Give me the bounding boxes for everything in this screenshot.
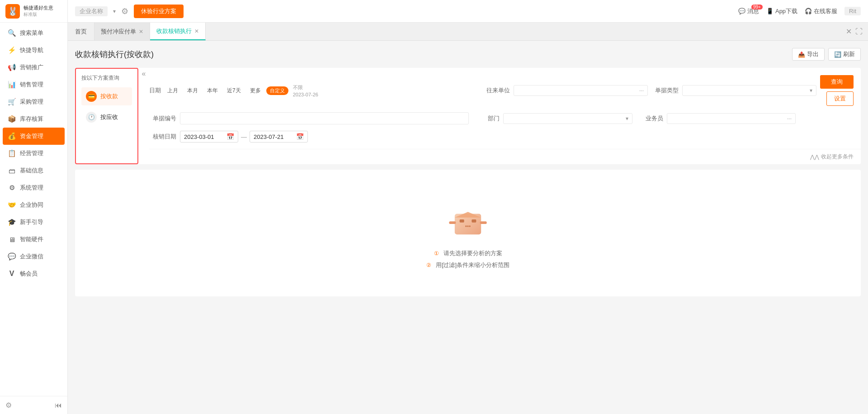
tab-collection-close[interactable]: ✕: [194, 28, 199, 34]
brand-dropdown-icon[interactable]: ▾: [113, 8, 116, 14]
sidebar-item-inventory[interactable]: 📦 库存核算: [0, 110, 67, 128]
export-button[interactable]: 📤 导出: [792, 48, 825, 61]
tab-prepay-close[interactable]: ✕: [139, 29, 143, 35]
doc-no-label: 单据编号: [149, 114, 176, 123]
collapse-sidebar-icon[interactable]: ⏮: [55, 401, 62, 409]
empty-hint-2: ② 用[过滤]条件来缩小分析范围: [426, 261, 509, 269]
sidebar-item-quicknav[interactable]: ⚡ 快捷导航: [0, 42, 67, 59]
verify-date-end-input[interactable]: [254, 133, 294, 140]
svg-point-7: [469, 225, 471, 227]
topbar-right: 💬 消息 99+ 📱 App下载 🎧 在线客服 Rit: [738, 7, 861, 15]
collapse-more-button[interactable]: ⋀⋀ 收起更多条件: [810, 153, 854, 161]
action-buttons: 查询 设置: [820, 75, 854, 106]
topbar-settings-icon[interactable]: ⚙: [121, 6, 128, 16]
verify-date-field: 核销日期 📅 — 📅: [149, 131, 471, 143]
counterpart-select[interactable]: ···: [514, 85, 648, 96]
sidebar-label-management: 经营管理: [20, 149, 43, 157]
message-button[interactable]: 💬 消息 99+: [738, 7, 759, 15]
tab-home[interactable]: 首页: [68, 23, 94, 40]
app-download-label: App下载: [775, 7, 797, 15]
page-header: 收款核销执行(按收款) 📤 导出 🔄 刷新: [75, 48, 861, 61]
sidebar-item-basic[interactable]: 🗃 基础信息: [0, 162, 67, 179]
user-name[interactable]: Rit: [844, 7, 861, 15]
date-field: 日期 上月 本月 本年 近7天 更多 自定义 不限 2: [149, 84, 479, 97]
filter-row-3: 核销日期 📅 — 📅: [149, 131, 854, 143]
receipt-type-icon: 💳: [86, 91, 97, 102]
shortcut-this-month[interactable]: 本月: [184, 86, 202, 95]
app-logo: 🐰 畅捷通好生意 标准版: [0, 0, 67, 23]
finance-icon: 💰: [7, 132, 16, 140]
doc-type-select[interactable]: ▾: [682, 85, 816, 96]
empty-hint-2-text: 用[过滤]条件来缩小分析范围: [436, 261, 509, 269]
online-service-link[interactable]: 🎧 在线客服: [805, 7, 837, 15]
guide-icon: 🎓: [7, 218, 16, 226]
svg-rect-4: [480, 221, 487, 224]
verify-date-start-input[interactable]: [184, 133, 225, 140]
shortcut-more[interactable]: 更多: [246, 86, 264, 95]
query-button[interactable]: 查询: [820, 75, 854, 89]
empty-illustration: [445, 197, 491, 242]
system-icon: ⚙: [7, 184, 16, 192]
counterpart-chevron-icon: ···: [639, 87, 644, 94]
app-download-link[interactable]: 📱 App下载: [766, 7, 797, 15]
filter-row-1: 日期 上月 本月 本年 近7天 更多 自定义 不限 2: [149, 75, 854, 106]
svg-rect-3: [449, 221, 456, 224]
settings-bottom-icon[interactable]: ⚙: [5, 401, 12, 409]
verify-date-end-cal-icon[interactable]: 📅: [296, 133, 304, 140]
collapse-panel-btn[interactable]: «: [138, 68, 149, 164]
sidebar-item-member[interactable]: V 畅会员: [0, 265, 67, 282]
shortcut-last-month[interactable]: 上月: [164, 86, 182, 95]
doc-no-input[interactable]: [180, 112, 469, 124]
sidebar-label-hardware: 智能硬件: [20, 235, 43, 243]
management-icon: 📋: [7, 149, 16, 157]
query-type-by-receivable[interactable]: 🕐 按应收: [81, 108, 132, 126]
content-body: ① 请先选择要分析的方案 ② 用[过滤]条件来缩小分析范围: [75, 170, 861, 296]
tab-expand-icon[interactable]: ⛶: [855, 28, 863, 36]
member-icon: V: [7, 270, 16, 278]
refresh-button[interactable]: 🔄 刷新: [828, 48, 861, 61]
page-actions: 📤 导出 🔄 刷新: [792, 48, 861, 61]
service-icon: 🎧: [805, 8, 812, 14]
receivable-type-icon: 🕐: [86, 112, 97, 123]
tab-collection[interactable]: 收款核销执行 ✕: [150, 23, 206, 40]
custom-date-badge[interactable]: 自定义: [266, 86, 288, 95]
tab-close-all-icon[interactable]: ✕: [846, 27, 852, 36]
verify-date-start-cal-icon[interactable]: 📅: [226, 133, 234, 140]
shortcut-this-year[interactable]: 本年: [203, 86, 222, 95]
topbar-left: 企业名称 ▾ ⚙ 休验行业方案: [75, 5, 184, 18]
sidebar-item-search[interactable]: 🔍 搜索菜单: [0, 24, 67, 42]
empty-hint-1: ① 请先选择要分析的方案: [434, 249, 502, 257]
sidebar-item-purchase[interactable]: 🛒 采购管理: [0, 93, 67, 110]
settings-filter-button[interactable]: 设置: [826, 91, 854, 106]
verify-date-label: 核销日期: [149, 133, 176, 141]
sidebar-item-hardware[interactable]: 🖥 智能硬件: [0, 231, 67, 248]
sidebar-label-search: 搜索菜单: [20, 29, 43, 37]
sidebar-item-marketing[interactable]: 📢 营销推广: [0, 59, 67, 76]
sidebar-item-management[interactable]: 📋 经营管理: [0, 145, 67, 162]
sidebar-label-quicknav: 快捷导航: [20, 46, 43, 54]
sidebar-item-finance[interactable]: 💰 资金管理: [3, 128, 65, 145]
shortcut-7days[interactable]: 近7天: [223, 86, 245, 95]
query-type-receivable-label: 按应收: [100, 113, 118, 121]
tabbar: 首页 预付冲应付单 ✕ 收款核销执行 ✕ ✕ ⛶: [68, 23, 868, 41]
date-not-limit-label: 不限: [293, 84, 318, 91]
tab-prepay[interactable]: 预付冲应付单 ✕: [94, 23, 150, 40]
content-area: 收款核销执行(按收款) 📤 导出 🔄 刷新 按以下方案查询 💳 按收款: [68, 41, 868, 414]
dept-field: 部门 ▾: [472, 113, 632, 124]
query-type-by-receipt[interactable]: 💳 按收款: [81, 87, 132, 105]
salesperson-select[interactable]: ···: [667, 113, 796, 124]
sidebar-item-collab[interactable]: 🤝 企业协同: [0, 196, 67, 214]
counterpart-field: 往来单位 ···: [483, 85, 648, 96]
purchase-icon: 🛒: [7, 98, 16, 106]
industry-solution-button[interactable]: 休验行业方案: [134, 5, 184, 18]
sidebar-item-system[interactable]: ⚙ 系统管理: [0, 179, 67, 196]
brand-name: 企业名称: [75, 6, 108, 16]
inventory-icon: 📦: [7, 115, 16, 123]
sidebar-item-sales[interactable]: 📊 销售管理: [0, 76, 67, 93]
query-type-receipt-label: 按收款: [100, 92, 118, 100]
dept-select[interactable]: ▾: [503, 113, 632, 124]
sidebar-item-guide[interactable]: 🎓 新手引导: [0, 214, 67, 231]
sidebar-item-wechat[interactable]: 💬 企业微信: [0, 248, 67, 265]
svg-rect-1: [460, 219, 464, 223]
svg-point-5: [465, 225, 467, 227]
